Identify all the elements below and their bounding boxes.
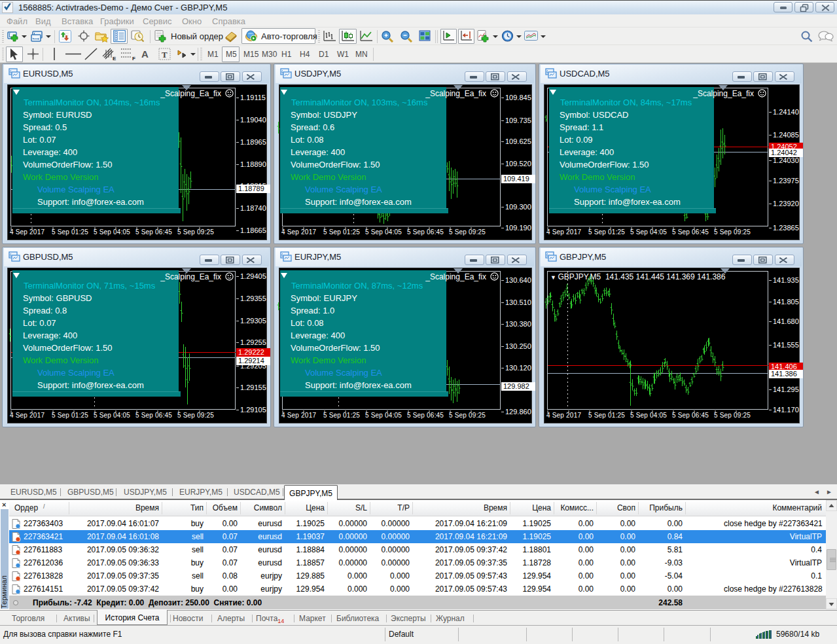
svg-text:E: E xyxy=(113,56,116,61)
svg-text:F: F xyxy=(132,56,135,61)
svg-text:T: T xyxy=(162,50,168,60)
